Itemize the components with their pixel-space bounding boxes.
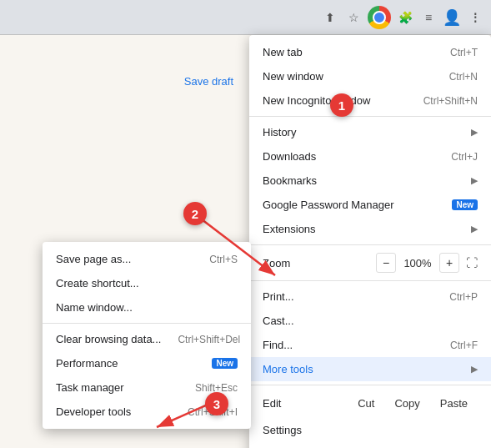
menu-item-new-incognito[interactable]: New Incognito window Ctrl+Shift+N [249,88,491,113]
share-icon[interactable]: ⬆ [321,8,339,27]
menu-item-print[interactable]: Print... Ctrl+P [249,284,491,309]
copy-button[interactable]: Copy [384,394,429,413]
menu-item-cast[interactable]: Cast... [249,309,491,333]
edit-actions: Cut Copy Paste [348,394,478,413]
menu-item-find[interactable]: Find... Ctrl+F [249,333,491,357]
menu-item-more-tools[interactable]: More tools ▶ [249,357,491,381]
divider-4 [249,385,491,385]
extensions-icon[interactable]: 🧩 [396,8,414,27]
main-menu: New tab Ctrl+T New window Ctrl+N New Inc… [249,35,491,448]
menu-item-new-tab[interactable]: New tab Ctrl+T [249,40,491,64]
avatar-icon[interactable]: 👤 [443,8,461,27]
submenu-item-name-window[interactable]: Name window... [43,295,251,320]
zoom-minus-button[interactable]: − [376,253,396,273]
bookmark-icon[interactable]: ☆ [344,8,363,27]
menu-item-help[interactable]: Help ▶ [249,442,491,448]
zoom-row: Zoom − 100% + ⛶ [249,249,491,277]
submenu-item-create-shortcut[interactable]: Create shortcut... [43,271,251,295]
browser-toolbar: ⬆ ☆ 🧩 ≡ 👤 ⋮ [0,0,491,35]
new-badge-performance: New [212,358,238,369]
menu-dots-icon[interactable]: ⋮ [466,8,484,27]
menu-item-bookmarks[interactable]: Bookmarks ▶ [249,169,491,193]
edit-row: Edit Cut Copy Paste [249,389,491,418]
submenu-item-performance[interactable]: Performance New [43,351,251,375]
submenu-item-save-page[interactable]: Save page as... Ctrl+S [43,247,251,271]
menu-item-history[interactable]: History ▶ [249,120,491,144]
zoom-label: Zoom [263,257,369,269]
edit-label: Edit [263,397,348,410]
chrome-icon[interactable] [368,6,391,29]
menu-item-new-window[interactable]: New window Ctrl+N [249,64,491,88]
paste-button[interactable]: Paste [430,394,478,413]
divider-2 [249,244,491,245]
menu-item-google-password-manager[interactable]: Google Password Manager New [249,193,491,217]
annotation-3: 3 [205,392,228,415]
annotation-2: 2 [183,202,207,225]
menu-item-downloads[interactable]: Downloads Ctrl+J [249,144,491,169]
menu-item-extensions[interactable]: Extensions ▶ [249,217,491,241]
zoom-plus-button[interactable]: + [439,253,459,273]
cut-button[interactable]: Cut [348,394,384,413]
hamburger-icon[interactable]: ≡ [419,8,438,27]
new-badge-password: New [452,199,478,210]
submenu-item-clear-browsing[interactable]: Clear browsing data... Ctrl+Shift+Del [43,327,251,351]
zoom-value: 100% [403,257,433,269]
menu-item-settings[interactable]: Settings [249,418,491,442]
save-draft-button[interactable]: Save draft [184,75,233,88]
submenu-divider [43,323,251,324]
annotation-1: 1 [330,93,353,117]
zoom-fullscreen-button[interactable]: ⛶ [466,256,478,269]
divider-3 [249,280,491,281]
divider-1 [249,116,491,117]
